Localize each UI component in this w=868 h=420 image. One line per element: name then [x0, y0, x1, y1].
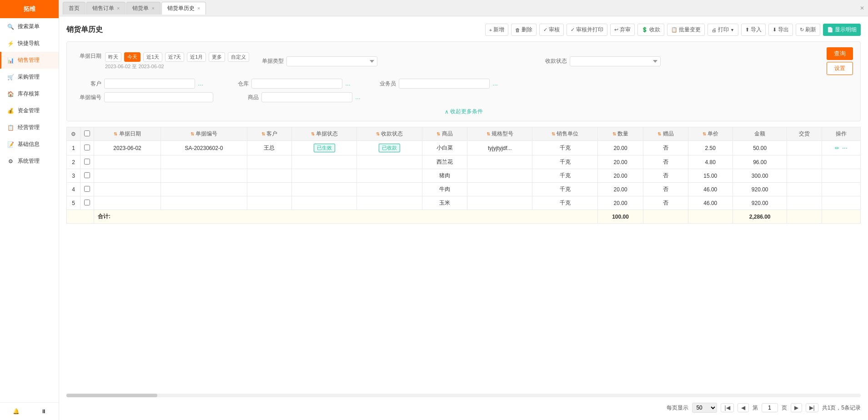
add-button[interactable]: + 新增 — [485, 24, 508, 36]
tab-sales-history[interactable]: 销货单历史 × — [161, 2, 206, 15]
collect-button[interactable]: 💲 收款 — [637, 24, 664, 36]
tab-sales-goods[interactable]: 销货单 × — [126, 2, 160, 15]
cell-goods: 牛肉 — [422, 183, 467, 196]
col-spec[interactable]: ⇅ 规格型号 — [467, 127, 532, 141]
payment-status-select[interactable] — [570, 56, 661, 66]
row-checkbox[interactable] — [80, 169, 94, 183]
tab-sales-order-close[interactable]: × — [117, 5, 120, 11]
col-goods[interactable]: ⇅ 商品 — [422, 127, 467, 141]
col-doc-date[interactable]: ⇅ 单据日期 — [94, 127, 161, 141]
first-page-btn[interactable]: |◀ — [721, 403, 733, 412]
window-close-btn[interactable]: ✕ — [860, 5, 864, 11]
row-select-checkbox[interactable] — [84, 186, 90, 192]
edit-icon[interactable]: ✏ — [835, 145, 839, 151]
doc-type-select[interactable] — [286, 56, 377, 66]
prev-page-btn[interactable]: ◀ — [738, 403, 749, 412]
cell-unit: 千克 — [532, 183, 597, 196]
date-near1month-btn[interactable]: 近1月 — [187, 52, 206, 62]
print-button[interactable]: 🖨 打印 ▼ — [707, 24, 738, 36]
filter-area: 单据日期 昨天 今天 近1天 近7天 近1月 更多 自定义 2023-06-02… — [66, 41, 861, 121]
query-button[interactable]: 查询 — [827, 47, 853, 60]
customer-label: 客户 — [74, 80, 101, 88]
cell-spec — [467, 183, 532, 196]
date-yesterday-btn[interactable]: 昨天 — [105, 52, 121, 62]
row-checkbox[interactable] — [80, 155, 94, 169]
sidebar-item-search-menu[interactable]: 🔍 搜索菜单 — [0, 18, 59, 35]
sidebar-item-quick-nav[interactable]: ⚡ 快捷导航 — [0, 35, 59, 52]
display-detail-button[interactable]: 📄 显示明细 — [823, 24, 861, 36]
notification-icon[interactable]: 🔔 — [13, 408, 20, 415]
cell-customer: 王总 — [247, 141, 291, 155]
sidebar-item-label: 基础信息 — [18, 140, 40, 148]
horizontal-scrollbar[interactable] — [66, 394, 861, 397]
export-icon: ⬇ — [773, 27, 777, 33]
col-unit[interactable]: ⇅ 销售单位 — [532, 127, 597, 141]
date-today-btn[interactable]: 今天 — [124, 52, 140, 62]
cell-doc-date — [94, 183, 161, 196]
sidebar-item-finance[interactable]: 💰 资金管理 — [0, 102, 59, 119]
date-custom-btn[interactable]: 自定义 — [228, 52, 249, 62]
customer-select-btn[interactable]: … — [198, 80, 203, 87]
col-doc-no[interactable]: ⇅ 单据编号 — [161, 127, 247, 141]
cell-spec — [467, 196, 532, 210]
goods-input[interactable] — [261, 92, 352, 102]
sidebar-item-operation[interactable]: 📋 经营管理 — [0, 119, 59, 136]
sidebar-item-purchase-mgmt[interactable]: 🛒 采购管理 — [0, 69, 59, 85]
import-button[interactable]: ⬆ 导入 — [741, 24, 766, 36]
date-more-btn[interactable]: 更多 — [209, 52, 225, 62]
collapse-icon: ∧ — [445, 109, 449, 115]
col-settings[interactable]: ⚙ — [67, 127, 80, 141]
sidebar-item-sys-mgmt[interactable]: ⚙ 系统管理 — [0, 153, 59, 170]
set-button[interactable]: 设置 — [827, 62, 853, 75]
audit-button[interactable]: ✓ 审核 — [539, 24, 564, 36]
row-select-checkbox[interactable] — [84, 145, 90, 150]
row-checkbox[interactable] — [80, 196, 94, 210]
sidebar-item-inventory[interactable]: 🏠 库存核算 — [0, 85, 59, 102]
row-checkbox[interactable] — [80, 141, 94, 155]
row-select-checkbox[interactable] — [84, 200, 90, 205]
tab-sales-goods-close[interactable]: × — [151, 5, 154, 11]
sidebar-item-basic-info[interactable]: 📝 基础信息 — [0, 136, 59, 153]
pause-icon[interactable]: ⏸ — [41, 408, 46, 415]
col-quantity[interactable]: ⇅ 数量 — [597, 127, 643, 141]
select-all-checkbox[interactable] — [84, 130, 90, 136]
more-icon[interactable]: ⋯ — [842, 145, 848, 151]
tab-home[interactable]: 首页 — [63, 2, 85, 15]
col-gift[interactable]: ⇅ 赠品 — [643, 127, 688, 141]
date-near7days-btn[interactable]: 近7天 — [165, 52, 184, 62]
cell-actions — [822, 169, 861, 183]
customer-input[interactable] — [104, 79, 195, 89]
tab-bar: 首页 销售订单 × 销货单 × 销货单历史 × ✕ — [59, 0, 868, 16]
content-area: 销货单历史 + 新增 🗑 删除 ✓ 审核 ✓ 审核并打印 — [59, 16, 868, 420]
table-row: 4牛肉千克20.00否46.00920.00 — [67, 183, 861, 196]
goods-select-btn[interactable]: … — [355, 94, 361, 100]
last-page-btn[interactable]: ▶| — [806, 403, 818, 412]
next-page-btn[interactable]: ▶ — [791, 403, 802, 412]
row-select-checkbox[interactable] — [84, 159, 90, 165]
col-unit-price[interactable]: ⇅ 单价 — [688, 127, 733, 141]
date-near1day-btn[interactable]: 近1天 — [143, 52, 162, 62]
col-doc-status[interactable]: ⇅ 单据状态 — [292, 127, 357, 141]
audit-print-button[interactable]: ✓ 审核并打印 — [567, 24, 607, 36]
page-size-select[interactable]: 50 100 — [692, 403, 717, 413]
abandon-button[interactable]: ↩ 弃审 — [610, 24, 635, 36]
sidebar-item-sales-mgmt[interactable]: 📊 销售管理 — [0, 52, 59, 69]
tab-sales-history-close[interactable]: × — [197, 5, 200, 11]
col-customer[interactable]: ⇅ 客户 — [247, 127, 291, 141]
cell-unit: 千克 — [532, 196, 597, 210]
salesperson-input[interactable] — [399, 79, 490, 89]
collapse-button[interactable]: ∧ 收起更多条件 — [74, 106, 853, 115]
doc-no-input[interactable] — [104, 92, 213, 102]
row-checkbox[interactable] — [80, 183, 94, 196]
warehouse-input[interactable] — [251, 79, 342, 89]
export-button[interactable]: ⬇ 导出 — [768, 24, 793, 36]
current-page-input[interactable] — [762, 403, 778, 412]
refresh-button[interactable]: ↻ 刷新 — [796, 24, 820, 36]
row-select-checkbox[interactable] — [84, 172, 90, 178]
delete-button[interactable]: 🗑 删除 — [511, 24, 537, 36]
warehouse-select-btn[interactable]: … — [345, 80, 351, 87]
col-payment-status[interactable]: ⇅ 收款状态 — [357, 127, 422, 141]
salesperson-select-btn[interactable]: … — [492, 80, 498, 87]
batch-change-button[interactable]: 📋 批量变更 — [667, 24, 705, 36]
tab-sales-order[interactable]: 销售订单 × — [86, 2, 125, 15]
